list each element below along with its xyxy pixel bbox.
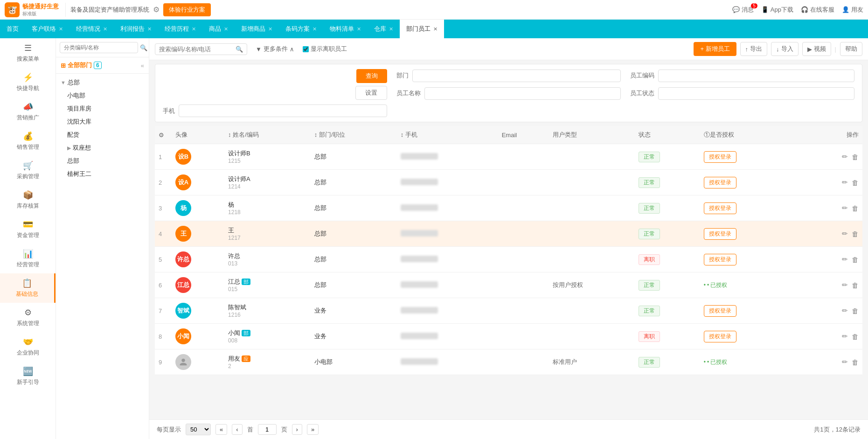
sidebar-item-inventory[interactable]: 📦 库存核算 bbox=[0, 185, 56, 215]
collapse-icon[interactable]: « bbox=[141, 62, 144, 69]
col-settings[interactable]: ⚙ bbox=[155, 126, 172, 144]
prev-page-button[interactable]: ‹ bbox=[232, 424, 242, 435]
export-button[interactable]: ↑ 导出 bbox=[740, 42, 768, 56]
dept-node-hq2[interactable]: 总部 bbox=[56, 154, 149, 167]
dept-search-icon[interactable]: 🔍 bbox=[140, 44, 147, 51]
dept-select[interactable] bbox=[412, 70, 621, 82]
tab-history[interactable]: 经营历程 ✕ bbox=[158, 20, 202, 38]
delete-icon[interactable]: 🗑 bbox=[852, 179, 859, 187]
add-employee-button[interactable]: + 新增员工 bbox=[694, 42, 736, 56]
sidebar-item-guide[interactable]: 🆕 新手引导 bbox=[0, 362, 56, 391]
search-icon[interactable]: 🔍 bbox=[236, 46, 243, 53]
auth-button[interactable]: 授权登录 bbox=[704, 331, 736, 342]
tab-operations[interactable]: 经营情况 ✕ bbox=[69, 20, 114, 38]
more-filters-button[interactable]: ▼ 更多条件 ∧ bbox=[252, 43, 298, 55]
close-icon[interactable]: ✕ bbox=[224, 26, 228, 32]
dept-node-project-room[interactable]: 项目库房 bbox=[56, 102, 149, 115]
auth-button[interactable]: 授权登录 bbox=[704, 202, 736, 214]
col-dept[interactable]: ↕ 部门/职位 bbox=[311, 126, 397, 144]
tab-home[interactable]: 首页 bbox=[0, 20, 25, 38]
sidebar-item-purchase[interactable]: 🛒 采购管理 bbox=[0, 156, 56, 185]
tab-profit[interactable]: 利润报告 ✕ bbox=[114, 20, 158, 38]
close-icon[interactable]: ✕ bbox=[357, 26, 361, 32]
edit-icon[interactable]: ✏ bbox=[842, 255, 848, 264]
delete-icon[interactable]: 🗑 bbox=[852, 230, 859, 238]
sidebar-item-sales[interactable]: 💰 销售管理 bbox=[0, 126, 56, 156]
close-icon[interactable]: ✕ bbox=[433, 26, 437, 32]
auth-button[interactable]: 授权登录 bbox=[704, 228, 736, 240]
message-button[interactable]: 💬 消息 5 bbox=[732, 6, 754, 14]
sidebar-item-basic[interactable]: 📋 基础信息 bbox=[0, 273, 56, 303]
delete-icon[interactable]: 🗑 bbox=[852, 256, 859, 264]
delete-icon[interactable]: 🗑 bbox=[852, 281, 859, 289]
dept-node-hq[interactable]: ▼ 总部 bbox=[56, 76, 149, 89]
edit-icon[interactable]: ✏ bbox=[842, 153, 848, 161]
dept-node-distribution[interactable]: 配货 bbox=[56, 128, 149, 141]
delete-icon[interactable]: 🗑 bbox=[852, 307, 859, 315]
edit-icon[interactable]: ✏ bbox=[842, 307, 848, 315]
edit-icon[interactable]: ✏ bbox=[842, 332, 848, 341]
delete-icon[interactable]: 🗑 bbox=[852, 153, 859, 161]
tab-customer[interactable]: 客户联络 ✕ bbox=[25, 20, 69, 38]
close-icon[interactable]: ✕ bbox=[103, 26, 107, 32]
dept-node-small-elec[interactable]: 小电部 bbox=[56, 89, 149, 102]
edit-icon[interactable]: ✏ bbox=[842, 204, 848, 212]
next-page-button[interactable]: › bbox=[292, 424, 302, 435]
delete-icon[interactable]: 🗑 bbox=[852, 358, 859, 366]
edit-icon[interactable]: ✏ bbox=[842, 281, 848, 289]
download-button[interactable]: 📱 App下载 bbox=[761, 6, 793, 14]
close-icon[interactable]: ✕ bbox=[147, 26, 152, 32]
close-icon[interactable]: ✕ bbox=[268, 26, 272, 32]
per-page-select[interactable]: 50 100 200 bbox=[186, 424, 211, 435]
tab-barcode[interactable]: 条码方案 ✕ bbox=[279, 20, 323, 38]
col-phone[interactable]: ↕ 手机 bbox=[397, 126, 498, 144]
delete-icon[interactable]: 🗑 bbox=[852, 333, 859, 341]
sidebar-item-search[interactable]: ☰ 搜索菜单 bbox=[0, 38, 56, 68]
close-icon[interactable]: ✕ bbox=[389, 26, 393, 32]
sidebar-item-management[interactable]: 📊 经营管理 bbox=[0, 244, 56, 273]
dept-node-shuang[interactable]: ▶ 双座想 bbox=[56, 141, 149, 154]
dept-node-shenyang[interactable]: 沈阳大库 bbox=[56, 115, 149, 128]
edit-icon[interactable]: ✏ bbox=[842, 230, 848, 238]
col-name[interactable]: ↕ 姓名/编码 bbox=[224, 126, 311, 144]
service-button[interactable]: 🎧 在线客服 bbox=[801, 6, 834, 14]
sidebar-item-finance[interactable]: 💳 资金管理 bbox=[0, 215, 56, 244]
tab-bom[interactable]: 物料清单 ✕ bbox=[323, 20, 368, 38]
sidebar-item-collab[interactable]: 🤝 企业协同 bbox=[0, 332, 56, 362]
phone-input[interactable] bbox=[179, 105, 387, 117]
reset-button[interactable]: 设置 bbox=[355, 86, 387, 100]
dept-search-input[interactable] bbox=[60, 42, 138, 53]
emp-status-select[interactable] bbox=[658, 87, 854, 100]
first-page-button[interactable]: « bbox=[215, 424, 227, 435]
tab-new-goods[interactable]: 新增商品 ✕ bbox=[235, 20, 279, 38]
dept-all-label[interactable]: ⊞ 全部部门 6 bbox=[61, 61, 102, 70]
trial-button[interactable]: 体验行业方案 bbox=[163, 3, 211, 16]
emp-code-input[interactable] bbox=[658, 70, 854, 82]
auth-button[interactable]: 授权登录 bbox=[704, 305, 736, 317]
auth-button[interactable]: 授权登录 bbox=[704, 254, 736, 265]
search-input[interactable] bbox=[159, 46, 234, 53]
close-icon[interactable]: ✕ bbox=[312, 26, 317, 32]
dept-node-zhishu[interactable]: 植树王二 bbox=[56, 167, 149, 181]
close-icon[interactable]: ✕ bbox=[59, 26, 63, 32]
search-button[interactable]: 查询 bbox=[356, 69, 387, 83]
tab-warehouse[interactable]: 仓库 ✕ bbox=[368, 20, 400, 38]
last-page-button[interactable]: » bbox=[307, 424, 319, 435]
settings-button[interactable]: ⚙ bbox=[153, 5, 160, 14]
tab-goods[interactable]: 商品 ✕ bbox=[202, 20, 235, 38]
sidebar-item-shortcuts[interactable]: ⚡ 快捷导航 bbox=[0, 68, 56, 97]
view-button[interactable]: ▶ 视频 bbox=[802, 42, 831, 56]
tab-employees[interactable]: 部门员工 ✕ bbox=[400, 20, 444, 38]
sidebar-item-marketing[interactable]: 📣 营销推广 bbox=[0, 97, 56, 126]
emp-name-input[interactable] bbox=[424, 87, 621, 100]
help-button[interactable]: 帮助 bbox=[840, 42, 862, 56]
auth-button[interactable]: 授权登录 bbox=[704, 151, 736, 163]
delete-icon[interactable]: 🗑 bbox=[852, 204, 859, 212]
import-button[interactable]: ↓ 导入 bbox=[771, 42, 799, 56]
edit-icon[interactable]: ✏ bbox=[842, 178, 848, 187]
user-button[interactable]: 👤 用友 bbox=[842, 6, 863, 14]
edit-icon[interactable]: ✏ bbox=[842, 358, 848, 366]
auth-button[interactable]: 授权登录 bbox=[704, 177, 736, 188]
sidebar-item-system[interactable]: ⚙ 系统管理 bbox=[0, 303, 56, 332]
show-resigned-checkbox[interactable]: 显示离职员工 bbox=[303, 45, 347, 53]
